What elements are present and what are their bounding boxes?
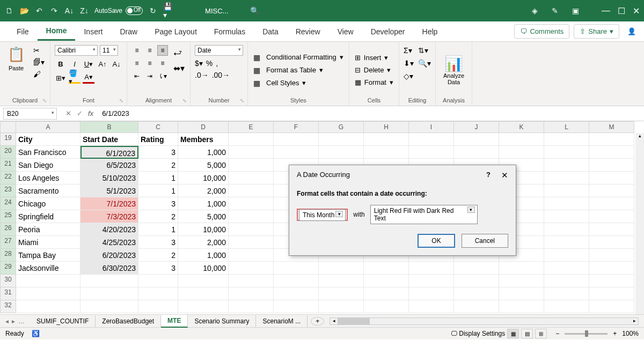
cell[interactable] — [274, 262, 319, 275]
cell[interactable]: 7/1/2023 — [80, 197, 138, 210]
paste-button[interactable]: 📋 Paste — [3, 44, 29, 96]
row-header[interactable]: 29 — [0, 262, 16, 275]
cell[interactable] — [364, 133, 409, 146]
row-header[interactable]: 19 — [0, 133, 16, 146]
cell[interactable] — [274, 300, 319, 313]
align-center-icon[interactable]: ≡ — [144, 58, 155, 69]
accessibility-icon[interactable]: ♿ — [32, 330, 40, 337]
currency-icon[interactable]: $▾ — [195, 59, 203, 68]
cell[interactable]: 3 — [138, 146, 178, 159]
sheet-tab-active[interactable]: MTE — [161, 315, 188, 328]
column-header[interactable]: K — [499, 121, 544, 133]
row-header[interactable]: 32 — [0, 300, 16, 313]
column-header[interactable]: C — [138, 121, 178, 133]
bold-button[interactable]: B — [55, 58, 67, 70]
row-header[interactable]: 31 — [0, 287, 16, 300]
cell[interactable] — [499, 275, 544, 287]
cell[interactable] — [499, 146, 544, 159]
toggle-switch[interactable]: Off — [126, 6, 143, 15]
cell[interactable] — [589, 262, 634, 275]
cell[interactable]: 2 — [138, 210, 178, 223]
display-settings-button[interactable]: 🖵 Display Settings — [451, 330, 505, 337]
cell[interactable] — [229, 287, 274, 300]
window-icon[interactable]: ▣ — [570, 6, 580, 16]
sheet-more-icon[interactable]: … — [18, 317, 25, 325]
cell[interactable] — [229, 275, 274, 287]
cell[interactable] — [364, 287, 409, 300]
cell[interactable] — [178, 287, 229, 300]
sheet-tab[interactable]: Scenario Summary — [188, 315, 256, 327]
cell[interactable] — [454, 262, 499, 275]
column-header[interactable]: F — [274, 121, 319, 133]
cell[interactable] — [409, 275, 454, 287]
cell[interactable]: 1 — [138, 172, 178, 184]
cell[interactable]: 2,000 — [178, 184, 229, 197]
align-right-icon[interactable]: ≡ — [157, 58, 168, 69]
conditional-formatting-button[interactable]: ▦Conditional Formatting ▾ — [253, 53, 343, 62]
borders-icon[interactable]: ⊞▾ — [55, 72, 67, 84]
tab-help[interactable]: Help — [414, 23, 447, 40]
underline-button[interactable]: U▾ — [83, 58, 94, 70]
number-format-combo[interactable]: Date — [195, 45, 243, 56]
cell[interactable] — [319, 287, 364, 300]
cell[interactable] — [274, 275, 319, 287]
zoom-slider[interactable] — [565, 333, 608, 335]
cell[interactable] — [229, 223, 274, 236]
indent-dec-icon[interactable]: ⇤ — [131, 71, 142, 82]
cell[interactable] — [229, 172, 274, 184]
cell[interactable]: 2 — [138, 249, 178, 262]
format-style-combo[interactable]: Light Red Fill with Dark Red Text — [370, 205, 478, 224]
indent-inc-icon[interactable]: ⇥ — [144, 71, 155, 82]
wand-icon[interactable]: ✎ — [550, 6, 560, 16]
refresh-icon[interactable]: ↻ — [148, 6, 158, 16]
row-header[interactable]: 26 — [0, 223, 16, 236]
date-rule-combo[interactable]: This Month — [299, 209, 346, 221]
cell[interactable] — [544, 249, 589, 262]
column-header[interactable]: A — [16, 121, 80, 133]
cell[interactable] — [409, 146, 454, 159]
page-layout-view-icon[interactable]: ▤ — [521, 329, 533, 338]
format-cells-button[interactable]: ▦Format ▾ — [355, 78, 393, 86]
zoom-in-icon[interactable]: + — [613, 330, 617, 337]
cell[interactable] — [589, 210, 634, 223]
cell[interactable]: Los Angeles — [16, 172, 80, 184]
cell[interactable] — [544, 159, 589, 172]
cell[interactable] — [499, 133, 544, 146]
comma-icon[interactable]: , — [216, 59, 218, 68]
cell[interactable] — [80, 287, 138, 300]
ok-button[interactable]: OK — [418, 234, 455, 248]
sort-asc-icon[interactable]: A↓ — [64, 6, 74, 16]
new-icon[interactable]: 🗋 — [4, 6, 14, 16]
cell[interactable] — [409, 287, 454, 300]
cell[interactable] — [364, 275, 409, 287]
column-header[interactable]: H — [364, 121, 409, 133]
clear-icon[interactable]: ◇▾ — [404, 72, 414, 80]
cell[interactable] — [229, 300, 274, 313]
select-all-corner[interactable] — [0, 121, 16, 133]
cell[interactable] — [178, 300, 229, 313]
copy-icon[interactable]: 🗐▾ — [33, 58, 45, 67]
search-icon[interactable]: 🔍 — [250, 6, 259, 16]
cell[interactable] — [319, 133, 364, 146]
cell[interactable] — [138, 275, 178, 287]
row-header[interactable]: 27 — [0, 236, 16, 249]
increase-decimal-icon[interactable]: .0→ — [195, 71, 209, 79]
cell[interactable]: San Francisco — [16, 146, 80, 159]
cell[interactable] — [229, 249, 274, 262]
cell[interactable] — [454, 146, 499, 159]
cell[interactable] — [589, 172, 634, 184]
cell[interactable] — [319, 262, 364, 275]
cell[interactable] — [364, 262, 409, 275]
tab-developer[interactable]: Developer — [362, 23, 414, 40]
cell[interactable] — [589, 249, 634, 262]
cell[interactable] — [454, 133, 499, 146]
cell[interactable] — [229, 236, 274, 249]
cell[interactable] — [229, 133, 274, 146]
cell[interactable]: City — [16, 133, 80, 146]
save-icon[interactable]: 💾▾ — [163, 6, 173, 16]
diamond-icon[interactable]: ◈ — [530, 6, 539, 16]
fill-color-icon[interactable]: 🪣▾ — [69, 72, 80, 84]
redo-icon[interactable]: ↷ — [49, 6, 59, 16]
row-header[interactable]: 22 — [0, 172, 16, 184]
cell[interactable] — [80, 275, 138, 287]
